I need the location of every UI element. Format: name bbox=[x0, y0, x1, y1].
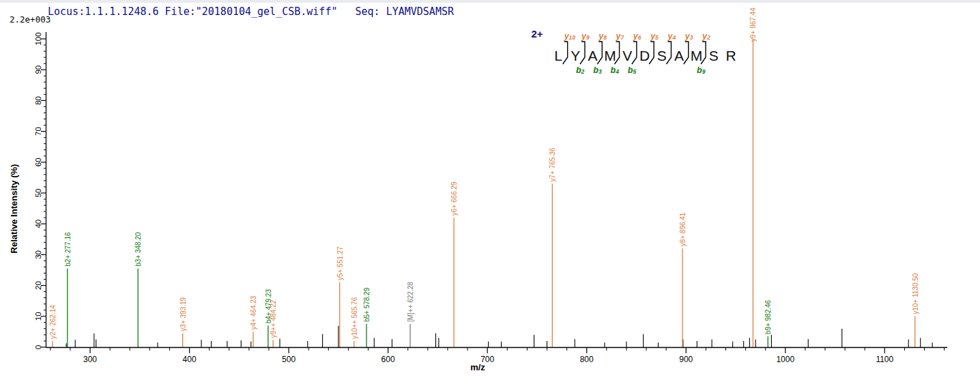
y-tick-label: 50 bbox=[34, 189, 42, 198]
fragment-ion-label: y6 bbox=[633, 31, 642, 41]
x-axis-title: m/z bbox=[470, 362, 485, 372]
x-tick-label: 800 bbox=[580, 355, 594, 364]
residue: D bbox=[639, 48, 650, 63]
peak-label: y6+ 666.29 bbox=[450, 181, 458, 216]
x-tick-label: 400 bbox=[183, 355, 197, 364]
peak-label: y10++ 565.76 bbox=[351, 297, 358, 339]
fragment-divider bbox=[632, 42, 637, 64]
peak-label: b2+ 277.16 bbox=[64, 232, 72, 267]
fragment-divider bbox=[684, 42, 689, 64]
fragment-ion-label: y4 bbox=[667, 31, 676, 41]
ms2-spectrum-plot: y2+ 262.14b2+ 277.16b3+ 348.20y3+ 393.19… bbox=[0, 0, 980, 386]
y-tick-label: 70 bbox=[34, 127, 42, 136]
fragment-ion-label: y10 bbox=[564, 31, 576, 41]
labeled-peaks: y2+ 262.14b2+ 277.16b3+ 348.20y3+ 393.19… bbox=[49, 8, 919, 347]
residue: A bbox=[588, 48, 598, 63]
peak-label: [M]++ 622.28 bbox=[407, 282, 414, 322]
residue: R bbox=[725, 48, 736, 63]
intensity-scale-note: 2.2e+003 bbox=[10, 14, 51, 25]
fragment-divider bbox=[597, 42, 602, 64]
fragment-ion-label: b5 bbox=[628, 65, 637, 75]
x-tick-label: 600 bbox=[381, 355, 395, 364]
fragment-ion-label: y9 bbox=[581, 31, 590, 41]
peak-label: y4+ 464.23 bbox=[250, 295, 257, 329]
fragment-divider bbox=[563, 42, 568, 64]
residue: S bbox=[657, 48, 667, 63]
fragment-ion-label: y5 bbox=[650, 31, 659, 41]
fragment-ion-label: b9 bbox=[697, 65, 706, 75]
x-tick-label: 1000 bbox=[776, 355, 794, 364]
fragment-divider bbox=[580, 42, 585, 64]
peak-label: y3+ 393.19 bbox=[179, 297, 187, 331]
sequence-label: Seq: LYAMVDSAMSR bbox=[355, 5, 454, 18]
y-tick-label: 20 bbox=[34, 281, 42, 290]
peak-label: y7+ 765.36 bbox=[549, 147, 556, 181]
peak-label: y9++ 484.22 bbox=[270, 300, 277, 338]
x-tick-label: 1100 bbox=[876, 355, 893, 364]
residue: V bbox=[622, 48, 632, 63]
fragment-ion-label: y7 bbox=[616, 31, 625, 41]
y-tick-label: 40 bbox=[34, 220, 42, 228]
y-tick-label: 10 bbox=[34, 312, 42, 321]
peak-label: y5+ 551.27 bbox=[336, 246, 344, 280]
x-tick-label: 500 bbox=[282, 355, 296, 364]
fragment-ion-label: y8 bbox=[598, 31, 607, 41]
x-ticks: 30040050060070080090010001100m/z bbox=[51, 348, 945, 372]
fragment-ion-label: b4 bbox=[611, 65, 620, 75]
residue: A bbox=[674, 48, 684, 63]
y-tick-label: 80 bbox=[34, 96, 42, 105]
residue: L bbox=[554, 48, 562, 63]
peak-label: y10+ 1130.50 bbox=[912, 273, 919, 314]
spectrum-viewer-window: y2+ 262.14b2+ 277.16b3+ 348.20y3+ 393.19… bbox=[0, 0, 980, 386]
unlabeled-peaks bbox=[66, 326, 932, 347]
residue: S bbox=[709, 48, 719, 63]
peak-label: y9+ 967.44 bbox=[749, 8, 757, 42]
y-tick-label: 30 bbox=[34, 250, 42, 259]
peak-label: y8+ 896.41 bbox=[679, 212, 687, 246]
peak-label: b5+ 578.29 bbox=[363, 287, 371, 322]
residue: M bbox=[691, 48, 703, 63]
fragment-divider bbox=[666, 42, 671, 64]
y-ticks: 0102030405060708090100 bbox=[34, 32, 46, 349]
residue: M bbox=[604, 48, 616, 63]
peptide-fragment-diagram: 2+LYAMVDSAMSRy10y9b2y8b3y7b4y6b5y5y4y3y2… bbox=[531, 28, 736, 75]
peak-label: b9+ 982.46 bbox=[764, 299, 772, 334]
x-tick-label: 900 bbox=[679, 355, 693, 364]
fragment-ion-label: y2 bbox=[702, 31, 710, 41]
y-tick-label: 90 bbox=[34, 65, 42, 74]
y-tick-label: 100 bbox=[34, 32, 42, 45]
spectrum-header: Locus:1.1.1.1248.6 File:"20180104_gel_CS… bbox=[48, 5, 454, 18]
y-axis-title: Relative Intensity (%) bbox=[9, 164, 19, 254]
fragment-ion-label: b2 bbox=[576, 65, 585, 75]
y-tick-label: 60 bbox=[34, 158, 42, 166]
residue: Y bbox=[571, 48, 580, 63]
y-tick-label: 0 bbox=[34, 345, 42, 349]
fragment-ion-label: y3 bbox=[684, 31, 693, 41]
precursor-charge-label: 2+ bbox=[531, 28, 543, 40]
fragment-divider bbox=[649, 42, 654, 64]
peak-label: b3+ 348.20 bbox=[134, 232, 142, 267]
fragment-ion-label: b3 bbox=[593, 65, 602, 75]
peak-label: y2+ 262.14 bbox=[49, 305, 57, 339]
locus-file-label: Locus:1.1.1.1248.6 File:"20180104_gel_CS… bbox=[48, 5, 337, 18]
x-tick-label: 300 bbox=[83, 355, 97, 364]
